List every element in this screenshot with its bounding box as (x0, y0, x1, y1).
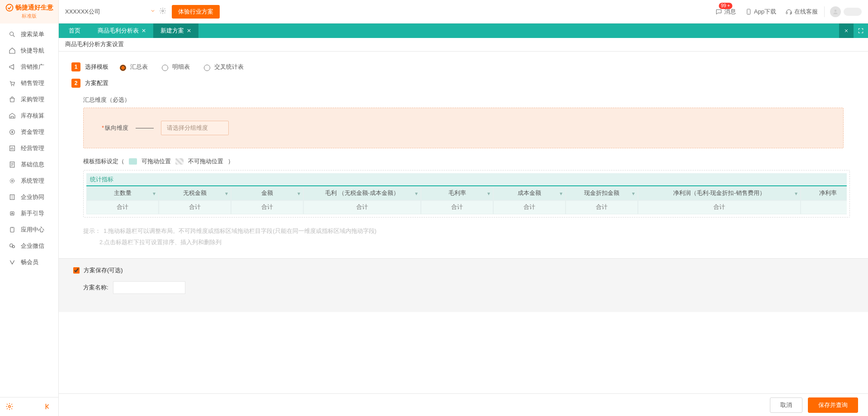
user-menu[interactable] (830, 6, 862, 17)
tab-fullscreen-icon[interactable] (854, 24, 868, 38)
svg-rect-15 (10, 195, 14, 200)
metric-total-2: 合计 (231, 200, 303, 214)
sidebar-item-label: 销售管理 (21, 79, 44, 87)
metric-header-label: 金额 (261, 189, 273, 197)
plan-save-checkbox[interactable]: 方案保存(可选) (71, 266, 855, 275)
sidebar-item-3[interactable]: 销售管理 (0, 75, 58, 91)
plan-name-input[interactable] (113, 281, 185, 294)
metric-header-2[interactable]: 金额▾ (231, 186, 303, 200)
tabs-bar: 首页商品毛利分析表✕新建方案✕ (59, 24, 868, 38)
sidebar-item-label: 基础信息 (21, 161, 44, 169)
svg-point-19 (12, 246, 14, 248)
tab-0[interactable]: 首页 (59, 24, 90, 38)
megaphone-icon (8, 63, 16, 71)
template-radio-1[interactable] (162, 65, 168, 71)
metric-total-3: 合计 (303, 200, 421, 214)
sidebar-item-2[interactable]: 营销推广 (0, 59, 58, 75)
metric-header-6[interactable]: 现金折扣金额▾ (566, 186, 638, 200)
plan-save-checkbox-input[interactable] (73, 267, 80, 274)
sidebar-item-6[interactable]: 资金管理 (0, 124, 58, 140)
chevron-down-icon: ▾ (560, 190, 562, 197)
sidebar-item-4[interactable]: 采购管理 (0, 91, 58, 108)
doc-icon (8, 161, 16, 169)
metric-header-5[interactable]: 成本金额▾ (493, 186, 566, 200)
tab-close-all-icon[interactable] (839, 24, 854, 38)
template-radio-0[interactable] (120, 65, 126, 71)
dimension-slot[interactable]: 请选择分组维度 (161, 121, 229, 135)
metric-total-6: 合计 (566, 200, 638, 214)
sidebar-item-7[interactable]: 经营管理 (0, 140, 58, 156)
metric-header-0[interactable]: 主数量▾ (86, 186, 159, 200)
chevron-down-icon: ▾ (297, 190, 300, 197)
metric-header-label: 现金折扣金额 (584, 189, 619, 197)
tab-1[interactable]: 商品毛利分析表✕ (90, 24, 153, 38)
home-icon (8, 47, 16, 55)
save-query-button[interactable]: 保存并查询 (808, 397, 858, 413)
sidebar-item-label: 快捷导航 (21, 47, 44, 55)
divider (824, 6, 825, 17)
sidebar-item-9[interactable]: 系统管理 (0, 173, 58, 189)
template-option-0[interactable]: 汇总表 (118, 63, 148, 71)
sidebar-item-13[interactable]: 企业微信 (0, 238, 58, 254)
tab-close-icon[interactable]: ✕ (187, 28, 191, 34)
sidebar-item-label: 应用中心 (21, 226, 44, 234)
tab-close-icon[interactable]: ✕ (142, 28, 146, 34)
sidebar-item-14[interactable]: 畅会员 (0, 254, 58, 270)
sidebar-settings-icon[interactable] (5, 402, 14, 411)
tab-label: 商品毛利分析表 (98, 27, 139, 35)
template-option-1[interactable]: 明细表 (160, 63, 190, 71)
sidebar-item-11[interactable]: 新手引导 (0, 205, 58, 222)
svg-rect-5 (790, 12, 792, 14)
svg-rect-4 (786, 12, 788, 14)
svg-point-20 (9, 405, 11, 407)
company-switch[interactable]: XXXXXX公司 (65, 7, 166, 16)
metric-header-7[interactable]: 净利润（毛利-现金折扣-销售费用）▾ (638, 186, 801, 200)
step-1-number: 1 (71, 62, 80, 71)
metric-total-7: 合计 (638, 200, 801, 214)
dimension-dropzone[interactable]: *纵向维度 请选择分组维度 (83, 108, 844, 148)
svg-point-8 (11, 85, 12, 86)
template-legend: 模板指标设定（ 可拖动位置 不可拖动位置 ） (83, 157, 855, 165)
sidebar-item-12[interactable]: 应用中心 (0, 222, 58, 238)
online-service-label: 在线客服 (794, 8, 818, 16)
sidebar-item-label: 营销推广 (21, 63, 44, 71)
metric-total-1: 合计 (159, 200, 231, 214)
chevron-down-icon: ▾ (415, 190, 418, 197)
sidebar-item-0[interactable]: 搜索菜单 (0, 26, 58, 43)
legend-draggable-label: 可拖动位置 (142, 157, 171, 165)
sidebar-item-10[interactable]: 企业协同 (0, 189, 58, 205)
metric-header-1[interactable]: 无税金额▾ (159, 186, 231, 200)
building-icon (8, 193, 16, 201)
cancel-button[interactable]: 取消 (770, 397, 802, 413)
metric-header-3[interactable]: 毛利 （无税金额-成本金额）▾ (303, 186, 421, 200)
chevron-down-icon: ▾ (795, 190, 797, 197)
metrics-scroll[interactable]: 主数量▾无税金额▾金额▾毛利 （无税金额-成本金额）▾毛利率▾成本金额▾现金折扣… (86, 186, 847, 214)
sidebar-item-label: 资金管理 (21, 128, 44, 136)
legend-close: ） (228, 157, 234, 165)
metric-header-4[interactable]: 毛利率▾ (421, 186, 493, 200)
footer-bar: 取消 保存并查询 (59, 393, 868, 416)
sidebar-item-5[interactable]: 库存核算 (0, 108, 58, 124)
template-radio-2[interactable] (204, 65, 210, 71)
metric-header-label: 净利率 (819, 189, 837, 197)
step-2-title: 方案配置 (85, 79, 108, 87)
experience-plan-button[interactable]: 体验行业方案 (172, 5, 220, 19)
headset-icon (785, 8, 793, 15)
collapse-sidebar-icon[interactable] (44, 402, 53, 411)
template-option-2[interactable]: 交叉统计表 (202, 63, 244, 71)
sidebar-item-1[interactable]: 快捷导航 (0, 43, 58, 59)
metric-header-8[interactable]: 净利率 (801, 186, 847, 200)
hint-line-1: 1.拖动标题栏可以调整布局。不可跨维度或指标区域拖动栏目字段(只能在同一维度或指… (104, 228, 377, 234)
metric-header-label: 成本金额 (518, 189, 541, 197)
sidebar-item-label: 新手引导 (21, 209, 44, 217)
settings-icon[interactable] (159, 7, 166, 16)
sidebar-item-8[interactable]: 基础信息 (0, 156, 58, 173)
app-download-link[interactable]: App下载 (741, 0, 781, 23)
tab-2[interactable]: 新建方案✕ (153, 24, 198, 38)
tab-label: 新建方案 (160, 27, 184, 35)
bag-icon (8, 95, 16, 104)
cart-icon (8, 79, 16, 87)
messages-link[interactable]: 消息 99 + (711, 0, 741, 23)
online-service-link[interactable]: 在线客服 (781, 0, 822, 23)
sidebar-item-label: 系统管理 (21, 177, 44, 185)
